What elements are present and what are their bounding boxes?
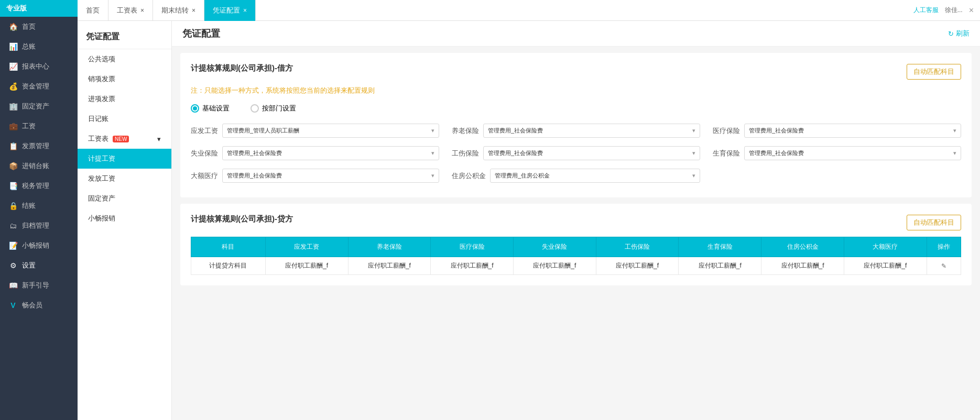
sidebar-item-xiao-report[interactable]: 📝 小畅报销 [0,236,78,256]
field-injury-select[interactable]: 管理费用_社会保险费 ▾ [483,146,700,160]
sidebar-item-label: 报表中心 [22,62,49,71]
sidebar-item-inventory[interactable]: 📦 进销台账 [0,156,78,176]
credit-auto-match-button[interactable]: 自动匹配科目 [907,215,961,230]
nav-salary-table[interactable]: 工资表 NEW ▾ [78,129,171,149]
chevron-down-icon: ▾ [692,150,695,157]
nav-fixed-assets[interactable]: 固定资产 [78,189,171,208]
field-major-medical: 大额医疗 管理费用_社会保险费 ▾ [191,169,439,183]
col-pension: 养老保险 [348,237,431,257]
field-medical-label: 医疗保险 [713,126,740,136]
invoice-icon: 📋 [8,142,18,150]
close-book-icon: 🔒 [8,202,18,210]
sidebar-item-label: 进销台账 [22,161,49,171]
nav-debit-invoice[interactable]: 进项发票 [78,89,171,109]
nav-salary-table-label: 工资表 [88,134,108,143]
nav-fixed-assets-label: 固定资产 [88,194,115,203]
radio-dept-circle [251,104,259,113]
field-unemployment: 失业保险 管理费用_社会保险费 ▾ [191,146,439,160]
sidebar-item-close[interactable]: 🔒 结账 [0,196,78,216]
close-tab-voucher-icon[interactable]: × [243,7,247,14]
radio-basic[interactable]: 基础设置 [191,104,230,113]
sidebar-item-label: 小畅报销 [22,241,49,250]
left-nav: 凭证配置 公共选项 销项发票 进项发票 日记账 工资表 NEW ▾ [78,21,172,420]
nav-calc-salary[interactable]: 计提工资 [78,149,171,169]
field-salary: 应发工资 管理费用_管理人员职工薪酬 ▾ [191,124,439,138]
field-major-medical-select[interactable]: 管理费用_社会保险费 ▾ [222,169,439,183]
page-title: 凭证配置 [86,31,119,42]
col-unemployment: 失业保险 [513,237,596,257]
guide-icon: 📖 [8,281,18,290]
tab-voucher-config[interactable]: 凭证配置 × [204,0,256,21]
field-maternity-select[interactable]: 管理费用_社会保险费 ▾ [744,146,961,160]
field-medical-value: 管理费用_社会保险费 [749,127,804,135]
field-medical: 医疗保险 管理费用_社会保险费 ▾ [713,124,961,138]
user-service[interactable]: 人工客服 [913,6,939,15]
sidebar-item-label: 首页 [22,22,36,31]
chevron-down-icon: ▾ [692,172,695,179]
refresh-button[interactable]: ↻ 刷新 [948,29,970,38]
tab-salary-table-label: 工资表 [117,6,137,15]
sidebar-item-label: 归档管理 [22,221,49,230]
close-tab-period-icon[interactable]: × [192,7,195,14]
sidebar-item-assets[interactable]: 🏢 固定资产 [0,96,78,116]
sidebar-item-salary[interactable]: 💼 工资 [0,116,78,136]
sidebar-item-funds[interactable]: 💰 资金管理 [0,76,78,96]
refresh-label: 刷新 [956,29,970,38]
right-panel: 凭证配置 ↻ 刷新 计提核算规则(公司承担)-借方 自动匹配科目 注：只能选择一… [172,21,980,420]
nav-credit-invoice-label: 销项发票 [88,74,115,84]
field-housing-fund-select[interactable]: 管理费用_住房公积金 ▾ [490,169,700,183]
sidebar-item-settings[interactable]: ⚙ 设置 [0,256,78,275]
debit-auto-match-button[interactable]: 自动匹配科目 [907,64,961,80]
field-medical-select[interactable]: 管理费用_社会保险费 ▾ [744,124,961,138]
nav-public-options[interactable]: 公共选项 [78,49,171,69]
tab-salary-table[interactable]: 工资表 × [108,0,153,21]
right-panel-header: 凭证配置 ↻ 刷新 [172,21,980,47]
sidebar-item-vip[interactable]: V 畅会员 [0,295,78,315]
credit-table-header-row: 科目 应发工资 养老保险 医疗保险 失业保险 工伤保险 生育保险 住房公积金 大… [191,237,961,257]
debit-section-header: 计提核算规则(公司承担)-借方 自动匹配科目 [191,63,961,80]
settings-icon: ⚙ [8,261,18,270]
nav-credit-invoice[interactable]: 销项发票 [78,69,171,89]
row-housing-val: 应付职工薪酬_f [761,257,844,275]
nav-public-options-label: 公共选项 [88,54,115,64]
topbar-right: 人工客服 徐佳... × [913,6,980,15]
field-housing-fund: 住房公积金 管理费用_住房公积金 ▾ [452,169,700,183]
sidebar-item-archive[interactable]: 🗂 归档管理 [0,216,78,236]
field-unemployment-label: 失业保险 [191,149,218,158]
row-major-medical-val: 应付职工薪酬_f [844,257,927,275]
radio-dept[interactable]: 按部门设置 [251,104,296,113]
field-unemployment-select[interactable]: 管理费用_社会保险费 ▾ [222,146,439,160]
debit-form-grid: 应发工资 管理费用_管理人员职工薪酬 ▾ 养老保险 管理费用_社会保险费 ▾ [191,124,961,183]
debit-section-title: 计提核算规则(公司承担)-借方 [191,63,293,73]
debit-notice: 注：只能选择一种方式，系统将按照您当前的选择来配置规则 [191,86,961,95]
refresh-icon: ↻ [948,30,954,38]
home-icon: 🏠 [8,23,18,31]
row-action[interactable]: ✎ [927,257,961,275]
sidebar-item-label: 畅会员 [22,301,42,310]
sidebar-item-ledger[interactable]: 📊 总账 [0,37,78,57]
nav-xiao-expense[interactable]: 小畅报销 [78,208,171,228]
close-window-icon[interactable]: × [969,6,974,15]
nav-calc-salary-label: 计提工资 [88,154,115,163]
close-tab-salary-icon[interactable]: × [140,7,144,14]
sidebar-item-home[interactable]: 🏠 首页 [0,17,78,37]
sidebar-item-label: 总账 [22,42,36,51]
edit-row-icon[interactable]: ✎ [941,262,946,270]
table-row: 计提贷方科目 应付职工薪酬_f 应付职工薪酬_f 应付职工薪酬_f 应付职工薪酬… [191,257,961,275]
tab-home-label: 首页 [86,6,100,15]
field-pension-value: 管理费用_社会保险费 [488,127,543,135]
tab-period-close[interactable]: 期末结转 × [153,0,204,21]
sidebar-item-invoice[interactable]: 📋 发票管理 [0,136,78,156]
field-pension-select[interactable]: 管理费用_社会保险费 ▾ [483,124,700,138]
funds-icon: 💰 [8,82,18,91]
nav-journal[interactable]: 日记账 [78,109,171,129]
vip-icon: V [8,301,18,310]
field-salary-label: 应发工资 [191,126,218,136]
field-salary-select[interactable]: 管理费用_管理人员职工薪酬 ▾ [222,124,439,138]
tab-home[interactable]: 首页 [78,0,108,21]
sidebar-item-tax[interactable]: 📑 税务管理 [0,176,78,196]
nav-pay-salary[interactable]: 发放工资 [78,169,171,189]
sidebar-item-reports[interactable]: 📈 报表中心 [0,57,78,76]
sidebar-item-guide[interactable]: 📖 新手引导 [0,275,78,295]
field-unemployment-value: 管理费用_社会保险费 [227,149,282,157]
